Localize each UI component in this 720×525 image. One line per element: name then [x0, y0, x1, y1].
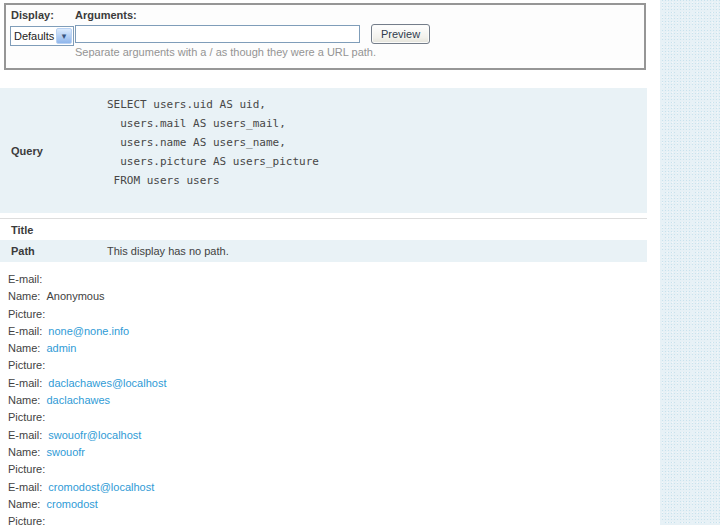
picture-field-label: Picture: [8, 411, 45, 423]
user-link[interactable]: cromodost [46, 498, 97, 510]
picture-field-label: Picture: [8, 359, 45, 371]
result-field-line: Name: daclachawes [8, 392, 166, 409]
result-field-line: Picture: [8, 409, 166, 426]
name-value: Anonymous [46, 290, 104, 302]
user-link[interactable]: swouofr [46, 446, 85, 458]
result-field-line: Name: admin [8, 340, 166, 357]
title-row: Title [0, 218, 647, 240]
result-field-line: Picture: [8, 513, 166, 525]
preview-results: E-mail: Name: Anonymous Picture: E-mail:… [8, 271, 166, 525]
view-info-table: Query SELECT users.uid AS uid, users.mai… [0, 88, 647, 262]
picture-field-label: Picture: [8, 308, 45, 320]
email-link[interactable]: cromodost@localhost [48, 481, 154, 493]
result-field-line: Name: swouofr [8, 444, 166, 461]
result-field-line: Name: Anonymous [8, 288, 166, 305]
result-field-line: E-mail: none@none.info [8, 323, 166, 340]
email-field-label: E-mail: [8, 429, 42, 441]
arguments-input[interactable] [75, 25, 360, 43]
query-row-label: Query [0, 88, 107, 213]
path-row-label: Path [0, 240, 107, 262]
views-preview-page: Display: Defaults ▾ Arguments: Preview S… [0, 0, 720, 525]
arguments-help-text: Separate arguments with a / as though th… [75, 46, 376, 58]
arguments-label: Arguments: [75, 9, 137, 21]
name-field-label: Name: [8, 446, 40, 458]
page-background-texture [660, 0, 720, 525]
title-row-content [107, 219, 647, 240]
result-field-line: E-mail: [8, 271, 166, 288]
result-field-line: E-mail: cromodost@localhost [8, 479, 166, 496]
name-field-label: Name: [8, 498, 40, 510]
email-link[interactable]: daclachawes@localhost [48, 377, 166, 389]
title-row-label: Title [0, 219, 107, 240]
query-sql-text: SELECT users.uid AS uid, users.mail AS u… [107, 95, 319, 190]
path-row-content: This display has no path. [107, 240, 647, 262]
user-link[interactable]: admin [46, 342, 76, 354]
display-select-value: Defaults [11, 30, 54, 42]
name-field-label: Name: [8, 290, 40, 302]
email-field-label: E-mail: [8, 273, 42, 285]
result-field-line: Picture: [8, 306, 166, 323]
query-row-content: SELECT users.uid AS uid, users.mail AS u… [107, 88, 647, 213]
preview-button[interactable]: Preview [371, 24, 430, 44]
name-field-label: Name: [8, 342, 40, 354]
display-label: Display: [11, 9, 54, 21]
result-field-line: E-mail: daclachawes@localhost [8, 375, 166, 392]
query-row: Query SELECT users.uid AS uid, users.mai… [0, 88, 647, 213]
preview-controls-panel: Display: Defaults ▾ Arguments: Preview S… [4, 3, 646, 70]
result-field-line: Name: cromodost [8, 496, 166, 513]
chevron-down-icon[interactable]: ▾ [56, 28, 72, 44]
picture-field-label: Picture: [8, 515, 45, 525]
display-select[interactable]: Defaults ▾ [10, 26, 74, 46]
result-field-line: E-mail: swouofr@localhost [8, 427, 166, 444]
email-link[interactable]: none@none.info [48, 325, 129, 337]
email-field-label: E-mail: [8, 377, 42, 389]
user-link[interactable]: daclachawes [46, 394, 110, 406]
email-link[interactable]: swouofr@localhost [48, 429, 141, 441]
picture-field-label: Picture: [8, 463, 45, 475]
result-field-line: Picture: [8, 357, 166, 374]
name-field-label: Name: [8, 394, 40, 406]
email-field-label: E-mail: [8, 481, 42, 493]
email-field-label: E-mail: [8, 325, 42, 337]
path-row: Path This display has no path. [0, 240, 647, 262]
result-field-line: Picture: [8, 461, 166, 478]
